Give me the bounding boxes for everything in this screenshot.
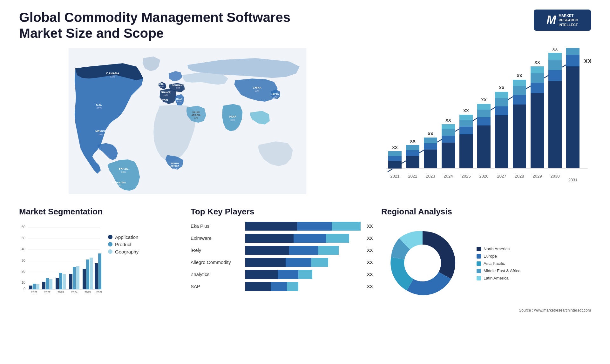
- header: Global Commodity Management Softwares Ma…: [19, 10, 591, 42]
- svg-rect-71: [495, 92, 508, 98]
- page-title: Global Commodity Management Softwares Ma…: [19, 10, 305, 42]
- svg-text:40: 40: [22, 247, 25, 251]
- svg-text:xx%: xx%: [176, 86, 180, 89]
- player-value: XX: [367, 236, 375, 241]
- player-bar: [245, 258, 361, 267]
- svg-text:2021: 2021: [31, 291, 37, 294]
- svg-text:xx%: xx%: [230, 118, 235, 121]
- svg-rect-77: [513, 80, 526, 86]
- svg-text:MEXICO: MEXICO: [95, 130, 106, 133]
- top-section: CANADA xx% U.S. xx% MEXICO xx% BRAZIL xx…: [19, 48, 591, 194]
- regional-legend-color: [477, 276, 481, 280]
- svg-text:50: 50: [22, 236, 25, 240]
- legend-dot-application: [108, 235, 112, 239]
- svg-rect-82: [531, 73, 544, 83]
- player-name: Eximware: [191, 235, 241, 241]
- svg-text:2023: 2023: [426, 174, 435, 179]
- legend-item-product: Product: [108, 242, 139, 247]
- svg-rect-121: [59, 273, 62, 289]
- regional-legend-label: Europe: [484, 254, 497, 259]
- svg-text:2026: 2026: [96, 291, 102, 294]
- legend-item-geography: Geography: [108, 249, 139, 254]
- regional-legend-color: [477, 247, 481, 251]
- svg-text:XX: XX: [584, 58, 591, 64]
- svg-rect-50: [442, 143, 455, 168]
- svg-text:10: 10: [22, 280, 25, 284]
- player-row: iRelyXX: [191, 246, 375, 255]
- legend-label-geography: Geography: [115, 249, 139, 254]
- svg-rect-88: [548, 60, 562, 70]
- svg-text:XX: XX: [517, 73, 522, 78]
- svg-text:BRAZIL: BRAZIL: [119, 167, 128, 170]
- svg-text:XX: XX: [410, 139, 416, 144]
- svg-text:xx%: xx%: [162, 101, 166, 104]
- player-name: Allegro Commodity: [191, 260, 241, 265]
- logo-text: MARKET RESEARCH INTELLECT: [559, 13, 578, 27]
- player-value: XX: [367, 284, 375, 289]
- svg-text:xx%: xx%: [97, 106, 102, 109]
- svg-rect-75: [513, 95, 526, 104]
- regional-legend-item: Europe: [477, 254, 520, 259]
- segmentation-legend: Application Product Geography: [108, 234, 139, 254]
- svg-rect-80: [531, 93, 544, 168]
- svg-rect-94: [566, 48, 580, 55]
- svg-rect-81: [531, 83, 544, 93]
- bar-chart-svg: XX 2021 XX 2022 XX 2023 XX: [369, 48, 591, 188]
- regional-legend-label: Asia Pacific: [484, 261, 505, 266]
- regional-legend: North AmericaEuropeAsia PacificMiddle Ea…: [477, 246, 520, 280]
- svg-text:xx%: xx%: [177, 100, 181, 103]
- svg-text:xx%: xx%: [194, 116, 198, 119]
- svg-text:20: 20: [22, 269, 25, 273]
- map-container: CANADA xx% U.S. xx% MEXICO xx% BRAZIL xx…: [19, 48, 356, 194]
- svg-text:XX: XX: [445, 118, 451, 123]
- svg-rect-70: [495, 98, 508, 106]
- regional-legend-color: [477, 269, 481, 273]
- svg-rect-36: [388, 156, 402, 161]
- svg-text:2028: 2028: [515, 174, 524, 179]
- svg-rect-125: [73, 267, 76, 289]
- svg-text:xx%: xx%: [173, 167, 177, 170]
- player-row: Eka PlusXX: [191, 222, 375, 231]
- svg-text:2023: 2023: [58, 291, 64, 294]
- logo: M MARKET RESEARCH INTELLECT: [534, 10, 591, 31]
- svg-text:XX: XX: [392, 145, 398, 150]
- svg-rect-129: [86, 260, 89, 289]
- svg-rect-51: [442, 136, 455, 143]
- segmentation-title: Market Segmentation: [19, 207, 184, 217]
- key-players-title: Top Key Players: [191, 207, 375, 217]
- regional-legend-color: [477, 261, 481, 266]
- player-name: iRely: [191, 247, 241, 253]
- svg-rect-45: [424, 150, 437, 168]
- svg-rect-86: [548, 81, 562, 168]
- segmentation-chart-svg: 60 50 40 30 20 10 0: [19, 222, 102, 295]
- svg-text:2024: 2024: [444, 174, 453, 179]
- player-value: XX: [367, 272, 375, 277]
- svg-text:0: 0: [24, 287, 25, 291]
- svg-rect-47: [424, 138, 437, 143]
- players-list: Eka PlusXXEximwareXXiRelyXXAllegro Commo…: [191, 222, 375, 291]
- world-map-svg: CANADA xx% U.S. xx% MEXICO xx% BRAZIL xx…: [19, 48, 356, 194]
- svg-text:30: 30: [22, 259, 25, 262]
- svg-rect-46: [424, 143, 437, 150]
- svg-text:U.S.: U.S.: [96, 103, 102, 106]
- svg-rect-116: [42, 282, 45, 289]
- svg-text:2031: 2031: [568, 178, 578, 182]
- svg-text:2022: 2022: [408, 174, 417, 179]
- legend-dot-geography: [108, 249, 112, 254]
- player-bar: [245, 282, 361, 291]
- svg-rect-112: [29, 286, 32, 289]
- svg-rect-58: [459, 120, 473, 127]
- player-row: Allegro CommodityXX: [191, 258, 375, 267]
- player-bar: [245, 234, 361, 243]
- svg-rect-69: [495, 106, 508, 115]
- svg-rect-83: [531, 66, 544, 73]
- player-row: EximwareXX: [191, 234, 375, 243]
- donut-chart: [381, 222, 470, 306]
- svg-text:xx%: xx%: [273, 96, 277, 98]
- svg-text:XX: XX: [499, 85, 505, 90]
- regional-legend-item: Middle East & Africa: [477, 268, 520, 273]
- player-value: XX: [367, 224, 375, 229]
- donut-wrapper: North AmericaEuropeAsia PacificMiddle Ea…: [381, 222, 591, 306]
- svg-text:XX: XX: [552, 48, 558, 51]
- svg-rect-128: [83, 269, 86, 289]
